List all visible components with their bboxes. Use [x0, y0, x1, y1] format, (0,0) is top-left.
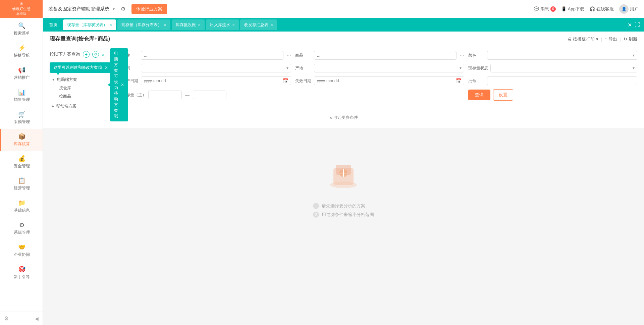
sidebar-item-inventory[interactable]: 📦 库存核算	[0, 129, 43, 151]
sidebar-item-guide-label: 新手引导	[14, 274, 30, 280]
size-select[interactable]	[141, 64, 291, 72]
sidebar-item-sales-label: 销售管理	[14, 97, 30, 103]
sidebar-item-enterprise[interactable]: 🤝 企业协同	[0, 239, 43, 262]
online-support-action[interactable]: 🎧 在线客服	[590, 6, 614, 12]
goods-input[interactable]	[314, 51, 457, 60]
tab-flow[interactable]: 出入库流水 ✕	[206, 19, 239, 30]
scheme-group-mobile: ▶ 移动端方案	[50, 102, 117, 110]
sidebar-item-sales[interactable]: 📊 销售管理	[0, 85, 43, 107]
settings-bottom-icon[interactable]: ⚙	[4, 315, 9, 322]
search-button[interactable]: 查询	[468, 90, 490, 100]
print-dropdown-icon[interactable]: ▾	[596, 37, 598, 42]
main-area: 装备及固定资产辅助管理系统 ▾ ⚙ 体验行业方案 💬 消息 6 📱 App下载 …	[43, 0, 644, 325]
settings-icon[interactable]: ⚙	[118, 4, 128, 14]
tab-close-summary[interactable]: ✕	[270, 23, 273, 27]
add-scheme-button[interactable]: +	[83, 51, 90, 58]
step-num-1: 1	[313, 203, 319, 209]
sidebar-item-basic[interactable]: 📁 基础信息	[0, 195, 43, 217]
refresh-scheme-button[interactable]: ↻	[92, 51, 99, 58]
filter-row-3: 生产日期 📅 失效日期 📅	[122, 76, 637, 85]
tooltip-box-1: 电脑方案可设为移动方案哦 ✕	[110, 48, 128, 121]
stock-status-select[interactable]	[490, 64, 637, 72]
system-icon: ⚙	[19, 221, 24, 229]
stock-status-label: 现存量状态	[468, 65, 488, 71]
scheme-tree: ▼ 电脑端方案 按仓库 按商品	[50, 75, 117, 110]
stock-main-from-input[interactable]	[148, 91, 182, 99]
tab-close-flow[interactable]: ✕	[232, 23, 235, 27]
online-support-label: 在线客服	[596, 6, 614, 12]
sidebar-menu: 🔍 搜索菜单 ⚡ 快捷导航 📢 营销推广 📊 销售管理 🛒 采购管理 📦 库存核…	[0, 18, 43, 312]
scheme-item-goods[interactable]: 按商品	[50, 92, 117, 101]
svg-text:6: 6	[21, 3, 22, 5]
tab-batch[interactable]: 库存批次账 ✕	[172, 19, 205, 30]
tab-close-batch[interactable]: ✕	[198, 23, 201, 27]
avatar: 👤	[619, 4, 629, 14]
sidebar-item-system[interactable]: ⚙ 系统管理	[0, 217, 43, 239]
origin-select-wrap	[314, 64, 464, 72]
tooltip-scheme-hint: 电脑方案可设为移动方案哦 ✕	[110, 48, 128, 121]
produce-date-from-input[interactable]	[141, 76, 291, 85]
stock-main-to-input[interactable]	[193, 91, 226, 99]
sidebar-item-inventory-label: 库存核算	[14, 141, 30, 147]
try-button[interactable]: 体验行业方案	[131, 4, 167, 14]
tab-inventory-status[interactable]: 现存量（库存状况表） ✕	[63, 19, 116, 30]
tab-close-inventory-dist[interactable]: ✕	[164, 23, 166, 27]
sidebar-item-search[interactable]: 🔍 搜索菜单	[0, 18, 43, 40]
filter-field-goods: 商品 ···	[295, 51, 464, 60]
tab-minimize-icon[interactable]: ✕	[628, 22, 632, 28]
system-dropdown-icon[interactable]: ▾	[113, 7, 115, 11]
tab-inventory-dist[interactable]: 现存量（库存分布表） ✕	[117, 19, 170, 30]
expire-date-input[interactable]	[314, 76, 464, 85]
scheme-item-warehouse[interactable]: 按仓库	[50, 84, 117, 92]
export-action[interactable]: ↑ 导出	[605, 36, 617, 42]
user-action[interactable]: 👤 用户	[619, 4, 639, 14]
message-action[interactable]: 💬 消息 6	[534, 6, 556, 12]
sidebar-item-finance[interactable]: 💰 资金管理	[0, 151, 43, 173]
sidebar-item-enterprise-label: 企业协同	[14, 252, 30, 258]
refresh-action[interactable]: ↻ 刷新	[624, 36, 637, 42]
action-buttons: 查询 设置	[468, 89, 637, 101]
filter-field-stock-main: 现存量（主） —	[122, 91, 291, 99]
print-action[interactable]: 🖨 按模板打印 ▾	[567, 36, 598, 42]
content-area: 现存量查询(按仓库+商品) 🖨 按模板打印 ▾ | ↑ 导出 | ↻	[43, 32, 644, 325]
arrow-left-button[interactable]: «	[102, 52, 104, 57]
page-title: 现存量查询(按仓库+商品)	[50, 36, 110, 43]
setting-button[interactable]: 设置	[493, 89, 513, 101]
warehouse-dots[interactable]: ···	[287, 52, 291, 58]
goods-dots[interactable]: ···	[460, 52, 464, 58]
tab-home-label: 首页	[49, 22, 58, 28]
collapse-sidebar-icon[interactable]: ◀	[35, 316, 39, 321]
scheme-group-pc-header[interactable]: ▼ 电脑端方案	[50, 75, 117, 84]
scheme-group-mobile-label: 移动端方案	[56, 103, 76, 109]
scheme-item-goods-label: 按商品	[59, 94, 71, 99]
basic-icon: 📁	[18, 199, 25, 207]
tab-bar: 首页 现存量（库存状况表） ✕ 现存量（库存分布表） ✕ 库存批次账 ✕ 出入库…	[43, 18, 644, 32]
tooltip-1-close[interactable]: ✕	[121, 83, 124, 87]
tab-home[interactable]: 首页	[44, 18, 62, 32]
warehouse-input[interactable]	[141, 51, 283, 60]
collapse-button[interactable]: ∧ 收起更多条件	[50, 112, 637, 123]
tab-flow-label: 出入库流水	[210, 22, 230, 28]
query-label: 按以下方案查询	[50, 51, 80, 57]
tab-maximize-icon[interactable]: ⛶	[635, 22, 640, 28]
empty-illustration	[323, 155, 364, 195]
sidebar-item-management[interactable]: 📋 经营管理	[0, 173, 43, 195]
message-icon: 💬	[534, 6, 539, 11]
sidebar-item-purchase[interactable]: 🛒 采购管理	[0, 107, 43, 129]
color-select[interactable]	[487, 51, 637, 60]
origin-select[interactable]	[314, 64, 464, 72]
sidebar-item-marketing[interactable]: 📢 营销推广	[0, 62, 43, 85]
filter-row-4: 现存量（主） — 查询 设置	[122, 89, 637, 101]
sidebar-item-guide[interactable]: 🎯 新手引导	[0, 262, 43, 284]
range-dash: —	[184, 93, 191, 98]
filter-row-1: 仓库 ··· 商品 ··· 颜色	[122, 51, 637, 60]
tab-close-inventory-status[interactable]: ✕	[109, 23, 112, 27]
scheme-group-mobile-header[interactable]: ▶ 移动端方案	[50, 102, 117, 110]
user-label: 用户	[630, 6, 639, 12]
batch-input[interactable]	[487, 76, 637, 85]
tooltip-2-close[interactable]: ✕	[105, 65, 108, 70]
sidebar-item-nav[interactable]: ⚡ 快捷导航	[0, 40, 43, 62]
tab-summary[interactable]: 收发存汇总表 ✕	[240, 19, 277, 30]
filter-row-2: 尺码 产地 现存量状态	[122, 64, 637, 72]
app-download-action[interactable]: 📱 App下载	[561, 6, 584, 12]
